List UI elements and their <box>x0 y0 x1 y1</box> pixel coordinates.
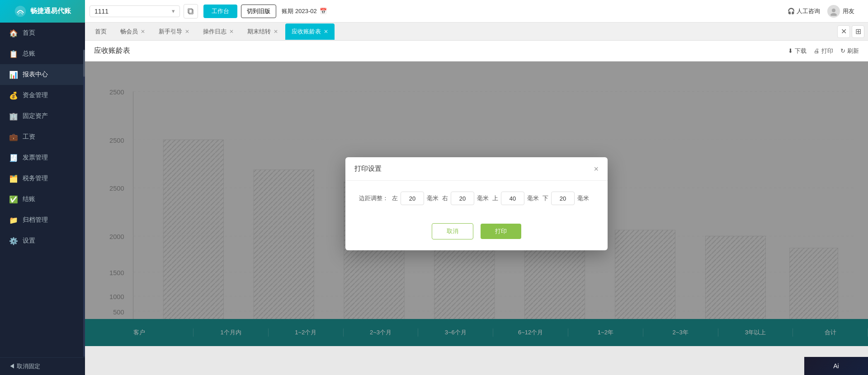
print-label: 打印 <box>821 47 833 55</box>
sidebar-item-tax[interactable]: 🗂️ 税务管理 <box>0 168 85 189</box>
tab-guide[interactable]: 新手引导 ✕ <box>152 23 196 40</box>
modal-close-button[interactable]: × <box>594 165 599 173</box>
report-icon: 📊 <box>9 70 18 79</box>
top-margin-input[interactable] <box>501 192 524 205</box>
content-area: 首页 畅会员 ✕ 新手引导 ✕ 操作日志 ✕ 期末结转 ✕ 应收账龄表 ✕ <box>85 23 868 375</box>
consult-label: 人工咨询 <box>797 7 820 15</box>
sidebar-item-label: 工资 <box>23 133 35 141</box>
download-button[interactable]: ⬇ 下载 <box>788 47 807 55</box>
tax-icon: 🗂️ <box>9 174 18 183</box>
switch-version-button[interactable]: 切到旧版 <box>241 5 276 18</box>
tab-home[interactable]: 首页 <box>89 23 113 40</box>
tab-label: 首页 <box>95 28 107 36</box>
ai-label: Ai <box>833 362 839 370</box>
app-header: 畅捷通易代账 1111 ▾ 工作台 切到旧版 账期 2023-02 📅 🎧 人工… <box>0 0 868 23</box>
sidebar-item-label: 报表中心 <box>23 70 48 79</box>
asset-icon: 🏢 <box>9 112 18 121</box>
main-layout: 🏠 首页 📋 总账 📊 报表中心 💰 资金管理 🏢 固定资产 💼 工资 <box>0 23 868 375</box>
sidebar-item-label: 归档管理 <box>23 216 48 224</box>
left-margin-input[interactable] <box>401 192 424 205</box>
refresh-icon: ↻ <box>840 47 845 54</box>
sidebar-item-ledger[interactable]: 📋 总账 <box>0 43 85 64</box>
right-margin-group: 右 毫米 <box>442 192 489 205</box>
sidebar-scroll: 🏠 首页 📋 总账 📊 报表中心 💰 资金管理 🏢 固定资产 💼 工资 <box>0 23 85 357</box>
right-margin-input[interactable] <box>451 192 474 205</box>
margin-label: 边距调整： <box>359 194 388 202</box>
workbench-button[interactable]: 工作台 <box>203 5 237 18</box>
bottom-unit: 毫米 <box>577 194 589 202</box>
header-right: 🎧 人工咨询 用友 <box>788 5 863 18</box>
tab-oplog[interactable]: 操作日志 ✕ <box>197 23 240 40</box>
sidebar-item-home[interactable]: 🏠 首页 <box>0 23 85 43</box>
tab-bar: 首页 畅会员 ✕ 新手引导 ✕ 操作日志 ✕ 期末结转 ✕ 应收账龄表 ✕ <box>85 23 868 41</box>
sidebar-item-label: 首页 <box>23 29 35 37</box>
left-label: 左 <box>392 194 398 202</box>
sidebar-collapse-button[interactable]: ◀ 取消固定 <box>0 357 85 375</box>
sidebar-item-label: 发票管理 <box>23 154 48 162</box>
left-unit: 毫米 <box>427 194 439 202</box>
tab-ar-aging[interactable]: 应收账龄表 ✕ <box>285 23 335 40</box>
copy-button[interactable] <box>184 4 198 19</box>
user-name: 用友 <box>843 7 854 15</box>
tab-label: 应收账龄表 <box>292 28 321 36</box>
tab-close-icon[interactable]: ✕ <box>229 28 234 35</box>
modal-header: 打印设置 × <box>345 157 608 181</box>
tab-close-all-button[interactable]: ✕ <box>837 25 850 38</box>
tab-period-close[interactable]: 期末结转 ✕ <box>241 23 284 40</box>
user-area[interactable]: 用友 <box>827 5 854 18</box>
ledger-icon: 📋 <box>9 49 18 58</box>
download-label: 下载 <box>795 47 807 55</box>
modal-footer: 取消 打印 <box>345 216 608 250</box>
invoice-icon: 🧾 <box>9 153 18 162</box>
tab-close-icon[interactable]: ✕ <box>324 28 328 35</box>
headphone-icon: 🎧 <box>788 8 795 14</box>
tab-expand-button[interactable]: ⊞ <box>852 25 864 38</box>
sidebar-item-salary[interactable]: 💼 工资 <box>0 127 85 147</box>
sidebar-item-invoice[interactable]: 🧾 发票管理 <box>0 147 85 168</box>
settings-icon: ⚙️ <box>9 236 18 245</box>
sidebar-item-label: 设置 <box>23 237 35 245</box>
print-icon: 🖨 <box>814 47 820 54</box>
svg-point-3 <box>832 9 835 12</box>
sidebar-item-label: 总账 <box>23 50 35 58</box>
sidebar-item-label: 税务管理 <box>23 174 48 183</box>
print-confirm-button[interactable]: 打印 <box>481 224 521 239</box>
right-label: 右 <box>442 194 448 202</box>
bottom-margin-input[interactable] <box>551 192 575 205</box>
bottom-label: 下 <box>542 194 548 202</box>
sidebar-item-label: 资金管理 <box>23 91 48 99</box>
consult-button[interactable]: 🎧 人工咨询 <box>788 7 820 15</box>
tab-member[interactable]: 畅会员 ✕ <box>114 23 151 40</box>
refresh-button[interactable]: ↻ 刷新 <box>840 47 859 55</box>
tab-label: 期末结转 <box>247 28 271 36</box>
tab-label: 操作日志 <box>203 28 226 36</box>
sidebar-item-assets[interactable]: 🏢 固定资产 <box>0 106 85 127</box>
sidebar-item-settings[interactable]: ⚙️ 设置 <box>0 230 85 251</box>
period-value: 2023-02 <box>295 8 317 14</box>
sidebar-item-archive[interactable]: 📁 归档管理 <box>0 210 85 230</box>
calendar-icon[interactable]: 📅 <box>320 8 327 14</box>
tab-close-icon[interactable]: ✕ <box>274 28 278 35</box>
top-unit: 毫米 <box>527 194 539 202</box>
sidebar-item-funds[interactable]: 💰 资金管理 <box>0 85 85 106</box>
fund-icon: 💰 <box>9 91 18 100</box>
company-selector[interactable]: 1111 ▾ <box>90 5 180 17</box>
sidebar-item-checkout[interactable]: ✅ 结账 <box>0 189 85 210</box>
sidebar-item-label: 固定资产 <box>23 112 48 120</box>
margin-form-row: 边距调整： 左 毫米 右 毫米 <box>359 192 594 205</box>
collapse-label: ◀ 取消固定 <box>9 362 40 370</box>
sidebar-item-reports[interactable]: 📊 报表中心 <box>0 64 85 85</box>
page-header: 应收账龄表 ⬇ 下载 🖨 打印 ↻ 刷新 <box>85 41 868 61</box>
tab-close-icon[interactable]: ✕ <box>185 28 189 35</box>
logo: 畅捷通易代账 <box>0 0 85 23</box>
avatar <box>827 5 840 18</box>
tab-close-icon[interactable]: ✕ <box>141 28 145 35</box>
print-button[interactable]: 🖨 打印 <box>814 47 833 55</box>
ai-float-button[interactable]: Ai <box>804 357 868 375</box>
chevron-down-icon: ▾ <box>172 8 175 14</box>
page-content: 应收账龄表 ⬇ 下载 🖨 打印 ↻ 刷新 <box>85 41 868 375</box>
home-icon: 🏠 <box>9 28 18 38</box>
left-margin-group: 左 毫米 <box>392 192 439 205</box>
right-unit: 毫米 <box>477 194 489 202</box>
cancel-button[interactable]: 取消 <box>432 223 473 239</box>
